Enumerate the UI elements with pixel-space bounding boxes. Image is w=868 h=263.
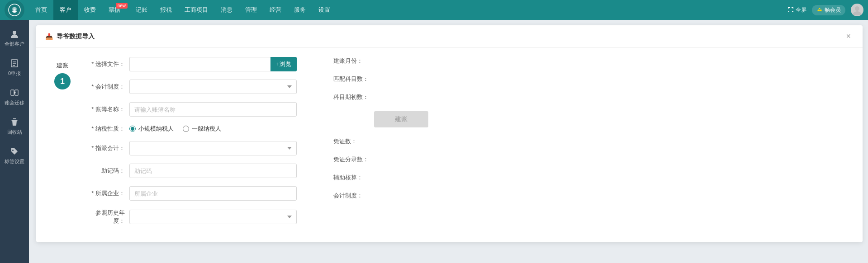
step-section: 建账 1 [54, 57, 71, 233]
build-month-row: 建账月份： [333, 57, 469, 65]
company-label: * 所属企业： [89, 189, 129, 197]
sidebar-item-migrate[interactable]: 账套迁移 [0, 83, 29, 111]
accounting-system-row: * 会计制度： [89, 80, 297, 94]
tax-small-option[interactable]: 小规模纳税人 [129, 125, 174, 133]
voucher-count-label: 凭证数： [333, 137, 379, 146]
tax-type-row: * 纳税性质： 小规模纳税人 一般纳税人 [89, 125, 297, 133]
auxiliary-row: 辅助核算： [333, 174, 469, 182]
nav-right-area: 全屏 畅会员 [787, 4, 863, 16]
trash-icon [9, 117, 19, 127]
subject-initial-row: 科目期初数： [333, 93, 469, 101]
new-badge: new [116, 3, 128, 9]
form-fields-right: 建账月份： 匹配科目数： 科目期初数： 建账 [315, 57, 469, 233]
memo-label: 助记码： [89, 167, 129, 175]
vip-button[interactable]: 畅会员 [812, 5, 845, 15]
memo-row: 助记码： [89, 164, 297, 178]
nav-items: 首页 客户 收费 票据 new 记账 报税 工商项目 消息 管理 经营 服务 设… [29, 0, 787, 20]
nav-fees[interactable]: 收费 [78, 0, 102, 20]
ledger-name-input[interactable] [129, 102, 297, 117]
close-button[interactable]: × [843, 31, 854, 42]
nav-business[interactable]: 工商项目 [178, 0, 214, 20]
accountant-select[interactable] [129, 141, 297, 155]
form-fields-left: * 选择文件： +浏览 * 会计制度： * 账簿名称： [89, 57, 297, 233]
sidebar-item-trash[interactable]: 回收站 [0, 113, 29, 140]
report-icon [9, 58, 19, 68]
file-label: * 选择文件： [89, 60, 129, 68]
nav-invoices[interactable]: 票据 new [102, 0, 129, 20]
ledger-name-label: * 账簿名称： [89, 105, 129, 113]
svg-point-1 [819, 8, 821, 9]
step-label: 建账 [57, 61, 68, 70]
fullscreen-btn[interactable]: 全屏 [787, 6, 806, 14]
right-accounting-system-label: 会计制度： [333, 192, 379, 200]
browse-button[interactable]: +浏览 [270, 57, 297, 71]
ledger-name-row: * 账簿名称： [89, 102, 297, 117]
history-year-row: 参照历史年度： [89, 209, 297, 225]
tag-icon [9, 146, 19, 156]
logo[interactable] [5, 0, 24, 20]
main-layout: 全部客户 0申报 账套迁移 回收站 标签设置 [0, 20, 868, 263]
file-row: * 选择文件： +浏览 [89, 57, 297, 71]
top-navigation: 首页 客户 收费 票据 new 记账 报税 工商项目 消息 管理 经营 服务 设… [0, 0, 868, 20]
history-year-select[interactable] [129, 210, 297, 224]
accounting-system-select[interactable] [129, 80, 297, 94]
match-subjects-label: 匹配科目数： [333, 75, 379, 83]
tax-type-radio-group: 小规模纳税人 一般纳税人 [129, 125, 297, 133]
file-input-group: +浏览 [129, 57, 297, 71]
voucher-entries-label: 凭证分录数： [333, 155, 379, 164]
nav-settings[interactable]: 设置 [312, 0, 337, 20]
tax-general-radio[interactable] [183, 126, 189, 132]
form-panel-title: 📥 导爷数据导入 [45, 33, 95, 41]
svg-point-3 [13, 31, 16, 34]
nav-clients[interactable]: 客户 [53, 0, 78, 20]
step-circle: 1 [54, 73, 71, 89]
nav-operations[interactable]: 经营 [263, 0, 288, 20]
right-accounting-system-row: 会计制度： [333, 192, 469, 200]
nav-tax[interactable]: 报税 [154, 0, 178, 20]
sidebar-item-all-clients[interactable]: 全部客户 [0, 24, 29, 52]
form-body: 建账 1 * 选择文件： +浏览 * 会计制度： [36, 48, 863, 242]
tax-small-radio[interactable] [129, 126, 136, 132]
tax-general-option[interactable]: 一般纳税人 [183, 125, 221, 133]
svg-rect-8 [11, 90, 14, 95]
sidebar-item-zero-report[interactable]: 0申报 [0, 54, 29, 81]
history-year-label: 参照历史年度： [89, 209, 129, 225]
build-month-label: 建账月份： [333, 57, 379, 65]
nav-manage[interactable]: 管理 [239, 0, 263, 20]
accounting-system-label: * 会计制度： [89, 83, 129, 91]
tax-type-label: * 纳税性质： [89, 125, 129, 133]
voucher-entries-row: 凭证分录数： [333, 155, 469, 164]
nav-bookkeeping[interactable]: 记账 [129, 0, 154, 20]
nav-home[interactable]: 首页 [29, 0, 53, 20]
nav-messages[interactable]: 消息 [214, 0, 239, 20]
nav-services[interactable]: 服务 [288, 0, 312, 20]
form-panel-header: 📥 导爷数据导入 × [36, 25, 863, 48]
company-input[interactable] [129, 186, 297, 201]
avatar[interactable] [851, 4, 863, 16]
import-form-panel: 📥 导爷数据导入 × 建账 1 * 选择文件： [36, 25, 863, 242]
build-btn-container: 建账 [333, 111, 469, 127]
migrate-icon [9, 88, 19, 98]
file-input[interactable] [129, 57, 270, 71]
sidebar: 全部客户 0申报 账套迁移 回收站 标签设置 [0, 20, 29, 263]
accountant-label: * 指派会计： [89, 144, 129, 152]
memo-input[interactable] [129, 164, 297, 178]
subject-initial-label: 科目期初数： [333, 93, 379, 101]
company-row: * 所属企业： [89, 186, 297, 201]
user-icon [9, 29, 19, 39]
svg-point-2 [855, 6, 859, 11]
auxiliary-label: 辅助核算： [333, 174, 379, 182]
accountant-row: * 指派会计： [89, 141, 297, 155]
sidebar-item-tags[interactable]: 标签设置 [0, 142, 29, 169]
build-account-button[interactable]: 建账 [374, 111, 428, 127]
import-icon: 📥 [45, 33, 53, 40]
content-area: 📥 导爷数据导入 × 建账 1 * 选择文件： [29, 20, 868, 263]
match-subjects-row: 匹配科目数： [333, 75, 469, 83]
voucher-count-row: 凭证数： [333, 137, 469, 146]
